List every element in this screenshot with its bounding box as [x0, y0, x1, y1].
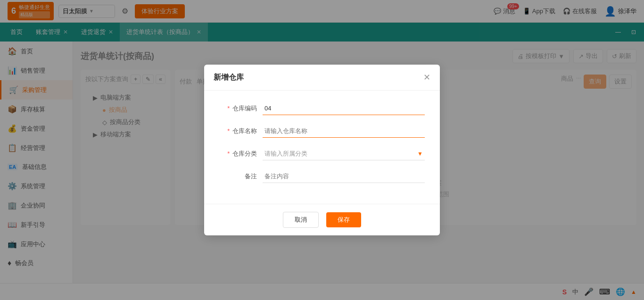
code-label-text: 仓库编码	[232, 105, 257, 112]
save-button[interactable]: 保存	[326, 212, 361, 227]
name-label-text: 仓库名称	[232, 127, 257, 134]
modal-overlay: 新增仓库 ✕ * 仓库编码 *	[73, 42, 644, 300]
category-label: * 仓库分类	[219, 150, 257, 158]
category-row: * 仓库分类 请输入所属分类 ▼	[219, 147, 425, 160]
name-label: * 仓库名称	[219, 127, 257, 135]
name-row: * 仓库名称	[219, 125, 425, 138]
modal-close-button[interactable]: ✕	[423, 72, 430, 83]
category-label-text: 仓库分类	[232, 150, 257, 157]
note-label: 备注	[219, 172, 257, 181]
content-area: 进货单统计(按商品) 🖨 按模板打印 ▼ ↗ 导出 ↺ 刷新	[73, 42, 644, 300]
name-required-mark: *	[227, 127, 230, 134]
main-layout: 🏠 首页 📊 销售管理 🛒 采购管理 📦 库存核算 💰 资金管理 📋 经营管理 …	[0, 42, 644, 300]
cancel-button[interactable]: 取消	[283, 212, 319, 228]
new-warehouse-modal: 新增仓库 ✕ * 仓库编码 *	[204, 65, 440, 235]
code-required-mark: *	[227, 105, 230, 112]
code-label: * 仓库编码	[219, 104, 257, 113]
category-select[interactable]: 请输入所属分类	[263, 147, 425, 160]
modal-body: * 仓库编码 * 仓库名称	[204, 91, 440, 204]
category-select-wrapper: 请输入所属分类 ▼	[263, 147, 425, 160]
note-row: 备注	[219, 170, 425, 183]
note-input[interactable]	[263, 170, 425, 183]
name-input[interactable]	[263, 125, 425, 138]
modal-title: 新增仓库	[214, 73, 244, 83]
code-row: * 仓库编码	[219, 102, 425, 115]
note-label-text: 备注	[245, 173, 257, 180]
category-required-mark: *	[227, 150, 230, 157]
modal-header: 新增仓库 ✕	[204, 65, 440, 91]
code-input[interactable]	[263, 102, 425, 115]
modal-footer: 取消 保存	[204, 204, 440, 235]
